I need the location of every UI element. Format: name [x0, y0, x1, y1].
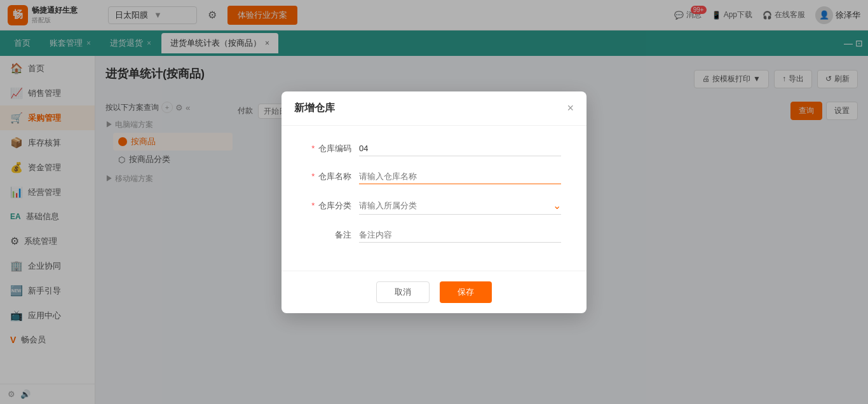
new-warehouse-dialog: 新增仓库 × * 仓库编码 * 仓库名称 — [281, 91, 587, 313]
code-label: * 仓库编码 — [307, 143, 351, 154]
code-input[interactable] — [359, 141, 561, 156]
form-row-remark: 备注 — [307, 227, 561, 243]
code-required-mark: * — [311, 144, 315, 153]
dialog-close-button[interactable]: × — [567, 102, 574, 115]
dialog-footer: 取消 保存 — [281, 271, 587, 313]
category-input[interactable] — [359, 201, 553, 210]
category-select-wrap: ⌄ — [359, 197, 561, 215]
form-row-category: * 仓库分类 ⌄ — [307, 197, 561, 215]
category-label-text: 仓库分类 — [318, 201, 351, 210]
dialog-header: 新增仓库 × — [281, 91, 587, 126]
remark-label-text: 备注 — [335, 230, 351, 239]
remark-label: 备注 — [307, 229, 351, 241]
dialog-body: * 仓库编码 * 仓库名称 * 仓库分类 — [281, 126, 587, 271]
name-input[interactable] — [359, 169, 561, 184]
remark-input[interactable] — [359, 227, 561, 243]
save-button[interactable]: 保存 — [440, 281, 492, 303]
dialog-title: 新增仓库 — [294, 102, 335, 115]
overlay: 新增仓库 × * 仓库编码 * 仓库名称 — [0, 0, 868, 404]
code-label-text: 仓库编码 — [318, 144, 351, 153]
name-label-text: 仓库名称 — [318, 172, 351, 181]
name-required-mark: * — [311, 172, 315, 181]
form-row-code: * 仓库编码 — [307, 141, 561, 156]
form-row-name: * 仓库名称 — [307, 169, 561, 184]
category-dropdown-icon[interactable]: ⌄ — [553, 199, 561, 212]
category-required-mark: * — [311, 201, 315, 210]
name-label: * 仓库名称 — [307, 171, 351, 182]
cancel-button[interactable]: 取消 — [376, 281, 430, 303]
category-label: * 仓库分类 — [307, 200, 351, 212]
